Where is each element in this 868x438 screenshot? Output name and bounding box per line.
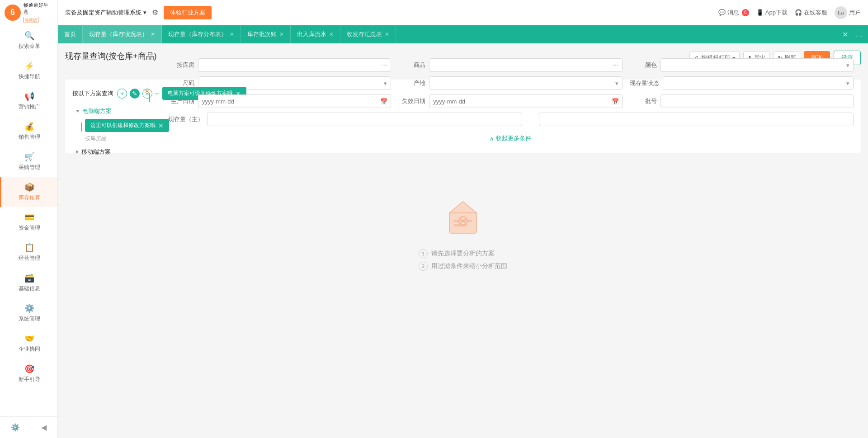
tab-close-inventory-dist[interactable]: ✕ [230,31,234,38]
sidebar-item-quick-nav[interactable]: ⚡ 快捷导航 [0,56,57,86]
user-area[interactable]: Ea 用户 [835,6,861,19]
sidebar: 6 畅通道好生意 标准版 🔍 搜索菜单 ⚡ 快捷导航 📢 营销推广 💰 销售管理… [0,0,58,438]
filter-label: 按以下方案查询 [72,89,113,98]
sidebar-item-operation[interactable]: 📋 经营管理 [0,237,57,268]
empty-state: 1 请先选择要分析的方案 2 用过滤条件来缩小分析范围 [65,159,861,307]
tab-inventory-dist[interactable]: 现存量（库存分布表） ✕ [162,25,241,43]
sidebar-label-guide: 新手引导 [19,376,40,383]
sidebar-item-system[interactable]: ⚙️ 系统管理 [0,298,57,328]
stock-status-dropdown-icon: ▾ [846,80,849,87]
add-scheme-btn[interactable]: + [117,89,127,99]
tab-inventory-status-label: 现存量（库存状况表） [89,30,148,38]
filter-field-warehouse: 按库房 ··· [167,58,391,72]
sidebar-nav: 🔍 搜索菜单 ⚡ 快捷导航 📢 营销推广 💰 销售管理 🛒 采购管理 📦 库存核… [0,25,57,416]
app-download-btn[interactable]: 📱 App下载 [756,9,788,17]
origin-label: 产地 [398,79,425,87]
filter-field-goods: 商品 ··· [398,58,622,72]
goods-dots-icon[interactable]: ··· [610,61,620,69]
settings-icon[interactable]: ⚙ [152,8,158,17]
origin-select[interactable]: ▾ [429,76,622,90]
notification-badge: 6 [742,9,749,16]
tooltip2-close-btn[interactable]: ✕ [158,122,164,129]
operation-icon: 📋 [24,243,34,253]
system-title: 装备及固定资产辅助管理系统 [65,9,142,17]
tabs-bar-right: ✕ ⛶ [840,28,868,41]
sidebar-item-enterprise[interactable]: 🤝 企业协同 [0,328,57,358]
sidebar-label-sales: 销售管理 [19,133,40,141]
collapse-label: 收起更多条件 [496,134,531,142]
guide-icon: 🎯 [24,364,34,374]
color-select[interactable]: ▾ [660,58,854,72]
app-download-label: App下载 [765,9,788,17]
settings-bottom-btn[interactable]: ⚙️ [9,421,22,433]
content-area: 现存量查询(按仓库+商品) 🖨 按模板打印 ▾ ⬆ 导出 ↻ 刷新 查询 设置 [58,43,868,438]
goods-input[interactable]: ··· [429,58,622,72]
trial-btn[interactable]: 体验行业方案 [164,6,212,19]
edit-scheme-btn[interactable]: ✎ [130,89,140,99]
tooltip-edit-scheme: 这里可以创建和修改方案哦 ✕ [85,119,169,132]
avatar: Ea [835,6,847,19]
system-title-dropdown[interactable]: 装备及固定资产辅助管理系统 ▾ [65,9,146,17]
empty-tips: 1 请先选择要分析的方案 2 用过滤条件来缩小分析范围 [419,249,507,271]
dropdown-arrow-icon: ▾ [143,9,146,16]
expire-date-input[interactable] [429,94,622,108]
sidebar-item-purchase[interactable]: 🛒 采购管理 [0,146,57,177]
size-label: 尺码 [167,79,194,87]
headset-icon: 🎧 [795,9,802,16]
sidebar-label-inventory: 库存核算 [19,194,40,202]
collapse-sidebar-btn[interactable]: ◀ [39,421,48,433]
filter-section: 按以下方案查询 + ✎ « ← 电脑方案可设为移动方案哦 ✕ [65,80,861,153]
tab-close-inout-flow[interactable]: ✕ [329,31,334,38]
filter-fields-area: 按库房 ··· 商品 ··· 颜色 [167,58,854,126]
expire-date-calendar-icon[interactable]: 📅 [612,98,619,105]
sidebar-item-search[interactable]: 🔍 搜索菜单 [0,25,57,56]
collapse-bar[interactable]: ∧ 收起更多条件 [167,131,854,146]
tip-text-1: 请先选择要分析的方案 [431,250,495,258]
header-left: 装备及固定资产辅助管理系统 ▾ ⚙ 体验行业方案 [65,6,212,19]
batch-input[interactable] [660,94,854,108]
search-icon: 🔍 [24,31,34,41]
empty-tip-2: 2 用过滤条件来缩小分析范围 [419,262,507,271]
tab-inout-flow-label: 出入库流水 [297,30,326,38]
tab-inout-flow[interactable]: 出入库流水 ✕ [291,25,340,43]
mobile-icon: 📱 [756,9,764,16]
online-support-label: 在线客服 [804,9,827,17]
tab-batch-ledger[interactable]: 库存批次账 ✕ [241,25,291,43]
sidebar-item-marketing[interactable]: 📢 营销推广 [0,86,57,116]
online-support-btn[interactable]: 🎧 在线客服 [795,9,827,17]
collapse-icon: ∧ [490,135,494,142]
color-label: 颜色 [630,61,657,69]
notifications-btn[interactable]: 💬 消息 6 [718,9,749,17]
warehouse-input[interactable]: ··· [198,58,391,72]
tab-close-all-btn[interactable]: ✕ [840,28,850,41]
color-dropdown-icon: ▾ [846,62,849,69]
tab-inventory-status[interactable]: 现存量（库存状况表） ✕ [83,25,162,43]
stock-status-select[interactable]: ▾ [663,76,854,90]
sidebar-item-sales[interactable]: 💰 销售管理 [0,116,57,146]
prod-date-calendar-icon[interactable]: 📅 [380,98,387,105]
tab-collect-report-label: 收发存汇总表 [347,30,382,38]
tab-expand-btn[interactable]: ⛶ [854,28,864,40]
prod-date-input[interactable] [198,94,391,108]
tab-close-batch-ledger[interactable]: ✕ [279,31,284,38]
purchase-icon: 🛒 [24,152,34,162]
tab-close-inventory-status[interactable]: ✕ [151,31,155,38]
tab-collect-report[interactable]: 收发存汇总表 ✕ [340,25,396,43]
tab-close-collect-report[interactable]: ✕ [385,31,389,38]
notification-icon: 💬 [718,9,726,16]
batch-label: 批号 [630,97,657,105]
sidebar-item-guide[interactable]: 🎯 新手引导 [0,358,57,389]
filter-field-color: 颜色 ▾ [630,58,854,72]
logo-icon: 6 [5,5,21,21]
sidebar-bottom: ⚙️ ◀ [0,416,57,438]
scheme-item-mobile[interactable]: 移动端方案 [76,146,854,158]
tab-home-label: 首页 [64,30,76,38]
header-right: 💬 消息 6 📱 App下载 🎧 在线客服 Ea 用户 [718,6,861,19]
sidebar-item-basic[interactable]: 🗃️ 基础信息 [0,268,57,298]
tooltip-edit-text: 这里可以创建和修改方案哦 [90,122,156,129]
filter-field-prod-date: 生产日期 📅 [167,94,391,108]
warehouse-dots-icon[interactable]: ··· [379,61,389,69]
tab-home[interactable]: 首页 [58,25,83,43]
sidebar-item-inventory[interactable]: 📦 库存核算 [0,177,57,207]
sidebar-item-finance[interactable]: 💳 资金管理 [0,207,57,237]
